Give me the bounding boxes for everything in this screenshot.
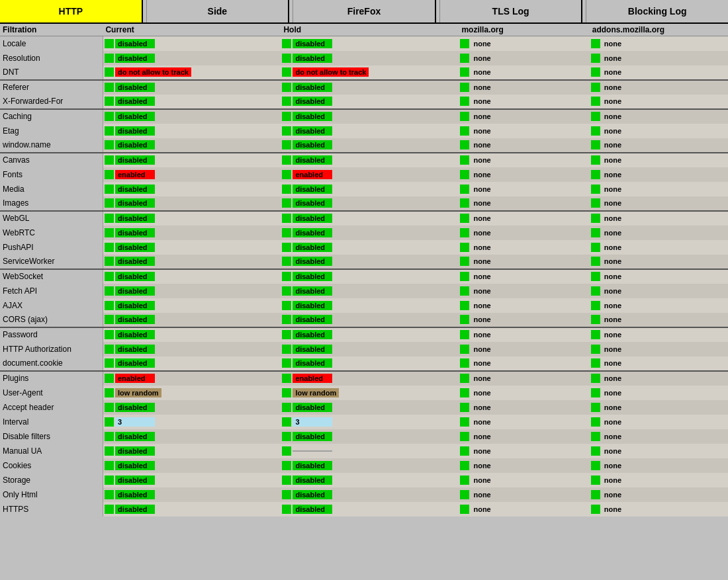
value-current[interactable]: disabled [115,403,155,412]
value-current[interactable]: enabled [115,170,155,179]
row-current[interactable]: 5disabled [103,473,281,487]
value-current[interactable]: disabled [115,228,155,237]
value-current[interactable]: disabled [115,461,155,470]
value-current[interactable]: low random [115,388,161,397]
row-current[interactable]: 5enabled [103,167,281,182]
value-current[interactable]: disabled [115,490,155,499]
table-row[interactable]: Disable filters5disabled5disabled5none5n… [0,429,728,444]
table-row[interactable]: Fonts5enabled5enabled5none5none [0,167,728,182]
table-row[interactable]: AJAX5disabled5disabled5none5none [0,298,728,313]
row-hold[interactable]: 5disabled [281,196,459,211]
row-current[interactable]: 5low random [103,386,281,400]
value-current[interactable]: disabled [115,54,155,63]
table-row[interactable]: User-Agent5low random5low random5none5no… [0,386,728,400]
row-hold[interactable]: 5disabled [281,342,459,356]
value-current[interactable]: disabled [115,112,155,121]
value-hold[interactable]: disabled [293,126,332,136]
value-current[interactable]: disabled [115,39,155,48]
row-hold[interactable]: 5disabled [281,109,459,124]
value-current[interactable]: do not allow to track [115,67,191,77]
row-current[interactable]: 5disabled [103,444,281,458]
table-row[interactable]: Accept header5disabled5disabled5none5non… [0,400,728,415]
table-row[interactable]: Only Html5disabled5disabled5none5none [0,487,728,502]
value-current[interactable]: disabled [115,198,155,208]
value-hold[interactable]: disabled [293,461,332,470]
row-hold[interactable]: 5disabled [281,51,459,65]
row-current[interactable]: 5disabled [103,196,281,211]
row-current[interactable]: 5disabled [103,95,281,109]
row-current[interactable]: 5disabled [103,153,281,167]
value-hold[interactable]: disabled [293,432,332,441]
table-row[interactable]: Storage5disabled5disabled5none5none [0,473,728,487]
row-hold[interactable]: 5disabled [281,284,459,298]
value-current[interactable]: disabled [115,315,155,324]
table-row[interactable]: Plugins5enabled5enabled5none5none [0,371,728,386]
row-hold[interactable]: 5disabled [281,502,459,517]
row-hold[interactable]: 5disabled [281,124,459,138]
table-row[interactable]: Manual UA5disabled55none5none [0,444,728,458]
table-row[interactable]: Canvas5disabled5disabled5none5none [0,153,728,167]
row-current[interactable]: 5disabled [103,36,281,51]
value-hold[interactable]: disabled [293,140,332,149]
value-hold[interactable]: disabled [293,228,332,237]
value-hold[interactable]: disabled [293,476,332,485]
row-current[interactable]: 5disabled [103,80,281,95]
table-row[interactable]: HTTPS5disabled5disabled5none5none [0,502,728,517]
row-hold[interactable]: 5disabled [281,458,459,473]
value-hold[interactable]: disabled [293,490,332,499]
tab-tls[interactable]: TLS Log [440,0,583,22]
row-hold[interactable]: 5disabled [281,240,459,255]
value-hold[interactable]: disabled [293,301,332,310]
row-hold[interactable]: 5disabled [281,138,459,153]
table-row[interactable]: Interval53535none5none [0,415,728,429]
row-hold[interactable]: 5enabled [281,371,459,386]
row-current[interactable]: 5disabled [103,284,281,298]
value-hold[interactable]: disabled [293,185,332,194]
table-row[interactable]: window.name5disabled5disabled5none5none [0,138,728,153]
value-hold[interactable]: do not allow to track [293,67,369,77]
value-current[interactable]: disabled [115,155,155,165]
table-row[interactable]: WebRTC5disabled5disabled5none5none [0,226,728,240]
value-current[interactable]: disabled [115,243,155,252]
value-current[interactable]: disabled [115,358,155,368]
row-hold[interactable]: 5disabled [281,327,459,342]
row-current[interactable]: 5enabled [103,371,281,386]
table-row[interactable]: DNT5do not allow to track5do not allow t… [0,65,728,80]
row-hold[interactable]: 5disabled [281,36,459,51]
row-current[interactable]: 5disabled [103,298,281,313]
row-current[interactable]: 5disabled [103,356,281,371]
value-current[interactable]: disabled [115,432,155,441]
table-row[interactable]: Password5disabled5disabled5none5none [0,327,728,342]
row-current[interactable]: 5disabled [103,313,281,327]
table-row[interactable]: CORS (ajax)5disabled5disabled5none5none [0,313,728,327]
value-hold[interactable]: disabled [293,286,332,296]
value-hold[interactable]: disabled [293,39,332,48]
row-current[interactable]: 5disabled [103,487,281,502]
value-hold[interactable]: disabled [293,97,332,106]
row-hold[interactable]: 5disabled [281,153,459,167]
table-row[interactable]: WebSocket5disabled5disabled5none5none [0,269,728,284]
row-hold[interactable]: 5disabled [281,211,459,226]
table-row[interactable]: PushAPI5disabled5disabled5none5none [0,240,728,255]
value-current[interactable]: disabled [115,345,155,354]
row-hold[interactable]: 5enabled [281,167,459,182]
row-current[interactable]: 5do not allow to track [103,65,281,80]
row-hold[interactable]: 5do not allow to track [281,65,459,80]
table-row[interactable]: Referer5disabled5disabled5none5none [0,80,728,95]
value-hold[interactable]: disabled [293,243,332,252]
row-hold[interactable]: 5disabled [281,80,459,95]
value-hold[interactable]: disabled [293,505,332,514]
value-current[interactable]: disabled [115,446,155,456]
row-hold[interactable]: 5disabled [281,400,459,415]
table-row[interactable]: document.cookie5disabled5disabled5none5n… [0,356,728,371]
table-row[interactable]: HTTP Authorization5disabled5disabled5non… [0,342,728,356]
value-hold[interactable]: enabled [293,374,332,383]
table-row[interactable]: Images5disabled5disabled5none5none [0,196,728,211]
tab-blocking[interactable]: Blocking Log [586,0,728,22]
row-current[interactable]: 5disabled [103,240,281,255]
tab-http[interactable]: HTTP [0,0,143,22]
value-hold[interactable]: disabled [293,112,332,121]
row-hold[interactable]: 53 [281,415,459,429]
value-hold[interactable]: disabled [293,83,332,92]
value-current[interactable]: disabled [115,476,155,485]
